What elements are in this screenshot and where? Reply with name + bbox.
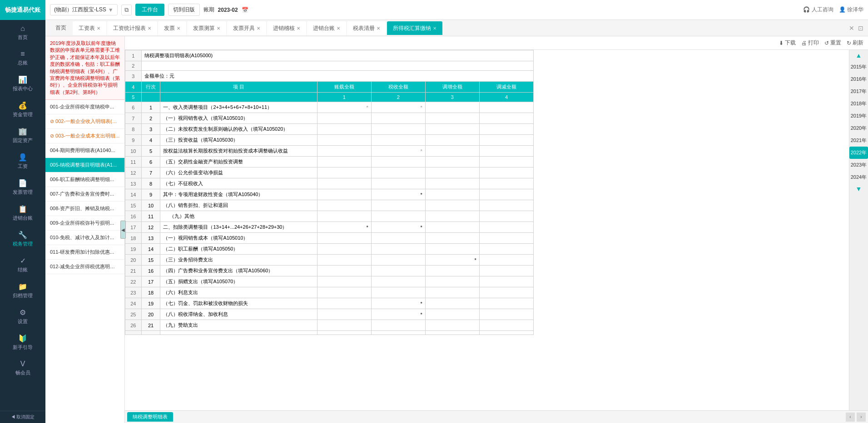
- table-row: 22 17 （五）捐赠支出（填写A105070）: [125, 276, 534, 287]
- year-up-button[interactable]: ▲: [849, 50, 868, 61]
- sidebar-item-invoice[interactable]: 📄 发票管理: [0, 174, 45, 200]
- tab-close-invoice[interactable]: ✕: [177, 26, 180, 31]
- refresh-button[interactable]: ↻ 刷新: [847, 39, 863, 47]
- minimize-icon[interactable]: ⊡: [858, 25, 863, 32]
- bottom-nav: ‹ ›: [846, 413, 866, 422]
- home-icon: ⌂: [20, 25, 25, 33]
- sidebar-item-archive[interactable]: 📁 归档管理: [0, 278, 45, 304]
- sidebar-item-tax[interactable]: 🔧 税务管理: [0, 226, 45, 252]
- headset-icon: 🎧: [803, 6, 810, 13]
- sidebar-label-close: 结账: [18, 266, 28, 273]
- left-panel: 2019年度涉及取以前年度缴纳数据的申报表单元格需要手工维护正确，才能保证本年及…: [45, 36, 125, 423]
- collapse-panel-button[interactable]: ◀: [120, 221, 126, 239]
- calendar-icon[interactable]: 📅: [242, 7, 248, 13]
- print-button[interactable]: 🖨 打印: [801, 39, 819, 47]
- sidebar-item-vip[interactable]: V 畅会员: [0, 355, 45, 381]
- tab-invoice-calc[interactable]: 发票测算 ✕: [187, 21, 226, 35]
- menu-item-4[interactable]: 005-纳税调整项目明细表(A1...: [45, 158, 124, 172]
- tab-income-tax[interactable]: 所得税汇算缴纳 ✕: [387, 21, 442, 35]
- year-2018[interactable]: 2018年: [849, 98, 868, 110]
- tab-home[interactable]: 首页: [50, 21, 72, 34]
- year-2015[interactable]: 2015年: [849, 61, 868, 73]
- table-row: 2: [125, 61, 534, 71]
- sidebar-item-close[interactable]: ✓ 结账: [0, 252, 45, 278]
- year-2023[interactable]: 2023年: [849, 159, 868, 171]
- menu-item-9[interactable]: 010-免税、减计收入及加计...: [45, 231, 124, 245]
- spreadsheet-wrapper[interactable]: 1 纳税调整项目明细表(A105000) 2 3 金额单位：元: [125, 50, 849, 410]
- sidebar-item-ledger[interactable]: ≡ 总账: [0, 45, 45, 71]
- sidebar-item-payroll[interactable]: 👤 工资: [0, 148, 45, 174]
- year-2017[interactable]: 2017年: [849, 85, 868, 98]
- tab-close-tax-list[interactable]: ✕: [377, 26, 380, 31]
- tab-close-income-tax[interactable]: ✕: [433, 26, 436, 31]
- sidebar-item-assets[interactable]: 🏢 固定资产: [0, 123, 45, 148]
- period-label: 账期: [203, 6, 214, 14]
- menu-item-11[interactable]: 012-减免企业所得税优惠明细(..): [45, 260, 124, 274]
- col-header-item: 项 目: [160, 82, 317, 93]
- sidebar-item-home[interactable]: ⌂ 首页: [0, 20, 45, 45]
- old-version-button[interactable]: 切到旧版: [168, 4, 200, 16]
- user-avatar[interactable]: 👤 徐泽华: [839, 6, 863, 14]
- unit-label: 金额单位：元: [141, 71, 533, 82]
- menu-item-2[interactable]: ⊘ 003-一般企业成本支出明细...: [45, 129, 124, 143]
- guide-icon: 🔰: [18, 334, 27, 343]
- menu-item-5[interactable]: 006-职工薪酬纳税调整明细...: [45, 172, 124, 187]
- sidebar-label-reports: 报表中心: [13, 85, 33, 92]
- tab-close-payroll-stats[interactable]: ✕: [148, 26, 151, 31]
- close-tab-icon[interactable]: ✕: [849, 25, 854, 32]
- workbench-button[interactable]: 工作台: [135, 4, 164, 16]
- scroll-right-button[interactable]: ›: [857, 413, 866, 422]
- year-2024[interactable]: 2024年: [849, 171, 868, 183]
- download-button[interactable]: ⬇ 下载: [779, 39, 796, 47]
- table-row: 15 10 （八）销售折扣、折让和退回: [125, 200, 534, 211]
- menu-item-7[interactable]: 008-资产折旧、摊销及纳税...: [45, 202, 124, 216]
- sidebar-item-settings[interactable]: ⚙ 设置: [0, 304, 45, 330]
- avatar-icon: 👤: [839, 6, 846, 13]
- sidebar: 畅捷通易代账 ⌂ 首页 ≡ 总账 📊 报表中心 💰 资金管理 🏢 固定资产 👤 …: [0, 0, 45, 423]
- menu-item-6[interactable]: 007-广告费和业务宣传费时...: [45, 187, 124, 202]
- year-2022[interactable]: 2022年: [849, 147, 868, 159]
- year-2021[interactable]: 2021年: [849, 134, 868, 147]
- year-2020[interactable]: 2020年: [849, 122, 868, 134]
- sidebar-item-sales-ledger[interactable]: 📋 进销台账: [0, 200, 45, 226]
- menu-item-3[interactable]: 004-期间费用明细表(A1040...: [45, 143, 124, 158]
- support-link[interactable]: 🎧 人工咨询: [803, 6, 833, 14]
- table-row: 24 19 （七）罚金、罚款和被没收财物的损失 *: [125, 298, 534, 309]
- tab-close-sales-ledger[interactable]: ✕: [337, 26, 340, 31]
- tab-sales-ledger[interactable]: 进销台账 ✕: [307, 21, 346, 35]
- content-body: 2019年度涉及取以前年度缴纳数据的申报表单元格需要手工维护正确，才能保证本年及…: [45, 36, 868, 423]
- reset-button[interactable]: ↺ 重置: [824, 39, 841, 47]
- tab-close-invoice-calc[interactable]: ✕: [217, 26, 220, 31]
- bottom-tab-main[interactable]: 纳税调整明细表: [127, 412, 173, 422]
- menu-item-0[interactable]: 001-企业所得税年度纳税申...: [45, 100, 124, 114]
- copy-button[interactable]: ⧉: [121, 5, 132, 15]
- scroll-left-button[interactable]: ‹: [846, 413, 855, 422]
- tab-invoice[interactable]: 发票 ✕: [158, 21, 186, 35]
- tab-payroll[interactable]: 工资表 ✕: [73, 21, 106, 35]
- menu-item-8[interactable]: 009-企业所得税弥补亏损明...: [45, 216, 124, 231]
- col-header-inc: 调增全额: [425, 82, 479, 93]
- tab-sales-check[interactable]: 进销稽核 ✕: [267, 21, 306, 35]
- tab-close-payroll[interactable]: ✕: [97, 26, 100, 31]
- unpin-button[interactable]: ◀ 取消固定: [0, 411, 45, 423]
- tab-invoice-issue[interactable]: 发票开具 ✕: [227, 21, 266, 35]
- year-2019[interactable]: 2019年: [849, 110, 868, 122]
- menu-item-10[interactable]: 011-研发费用加计扣除优惠...: [45, 245, 124, 260]
- col-header-tax: 税收全额: [371, 82, 425, 93]
- menu-item-1[interactable]: ⊘ 002-一般企业收入明细表(A1...: [45, 114, 124, 129]
- year-down-button[interactable]: ▼: [849, 183, 868, 194]
- sidebar-item-reports[interactable]: 📊 报表中心: [0, 71, 45, 97]
- finance-icon: 💰: [18, 101, 27, 110]
- menu-list: 001-企业所得税年度纳税申... ⊘ 002-一般企业收入明细表(A1... …: [45, 100, 124, 423]
- table-subheader-row: 5 1 2 3 4: [125, 93, 534, 102]
- tab-close-invoice-issue[interactable]: ✕: [257, 26, 260, 31]
- sidebar-item-guide[interactable]: 🔰 新手引导: [0, 330, 45, 355]
- refresh-icon: ↻: [847, 40, 851, 46]
- sidebar-item-finance[interactable]: 💰 资金管理: [0, 97, 45, 123]
- year-2016[interactable]: 2016年: [849, 73, 868, 85]
- tab-payroll-stats[interactable]: 工资统计报表 ✕: [107, 21, 157, 35]
- tab-tax-list[interactable]: 税表清册 ✕: [347, 21, 386, 35]
- table-row: 23 18 （六）利息支出: [125, 287, 534, 298]
- tab-close-sales-check[interactable]: ✕: [297, 26, 300, 31]
- company-selector[interactable]: (物副）江西股宝-LSS ▼: [50, 4, 118, 15]
